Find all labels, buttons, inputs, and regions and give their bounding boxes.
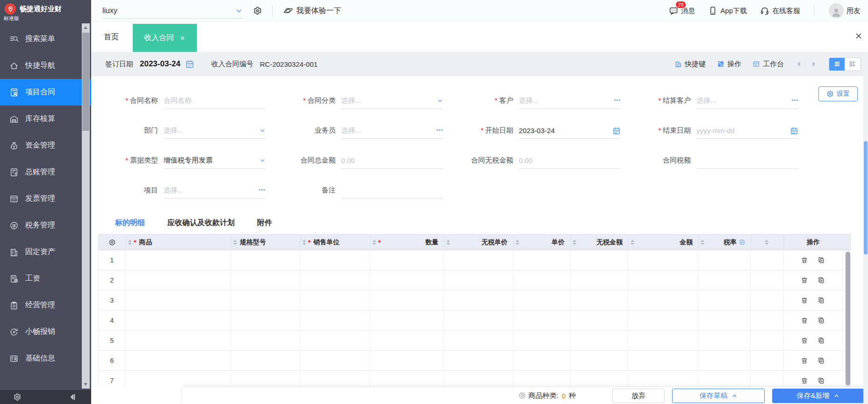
sidebar-item-search-menu[interactable]: 搜索菜单 (0, 26, 80, 52)
table-cell-empty[interactable] (444, 331, 513, 350)
copy-add-icon[interactable] (818, 357, 825, 364)
table-cell-empty[interactable] (628, 351, 698, 370)
sidebar-item-ledger[interactable]: 总账管理 (0, 159, 80, 185)
calendar-icon[interactable] (185, 59, 194, 69)
sidebar-item-base-info[interactable]: 基础信息 (0, 345, 80, 372)
list-view-button[interactable] (829, 58, 845, 71)
close-all-tabs-icon[interactable] (855, 32, 862, 40)
table-cell-empty[interactable] (751, 270, 783, 290)
sidebar-item-invoice[interactable]: 发票管理 (0, 185, 80, 212)
workbench-button[interactable]: 工作台 (753, 60, 784, 69)
table-scrollbar[interactable] (845, 251, 851, 387)
table-cell-empty[interactable] (570, 331, 628, 350)
table-cell-empty[interactable] (370, 270, 444, 290)
table-cell-empty[interactable] (300, 311, 370, 330)
table-cell-empty[interactable] (231, 291, 300, 310)
field-input-salesman[interactable]: 选择...••• (341, 123, 443, 139)
table-cell-empty[interactable] (751, 291, 783, 310)
table-cell-empty[interactable] (628, 371, 698, 387)
pencil-edit-icon[interactable] (739, 239, 745, 245)
table-cell-empty[interactable] (300, 291, 370, 310)
messages-button[interactable]: 消息 29 (669, 6, 695, 15)
more-options-icon[interactable]: ••• (436, 127, 443, 135)
copy-add-icon[interactable] (818, 337, 825, 344)
table-cell-empty[interactable] (370, 291, 444, 310)
sidebar-item-home[interactable]: 快捷导航 (0, 52, 80, 79)
table-cell-empty[interactable] (444, 311, 513, 330)
field-input-start-date[interactable]: 2023-03-24 (519, 123, 621, 139)
trash-icon[interactable] (801, 317, 808, 324)
table-cell-empty[interactable] (513, 371, 570, 387)
table-cell-empty[interactable] (698, 250, 751, 270)
table-cell-empty[interactable] (513, 270, 570, 290)
sort-arrows-icon[interactable] (233, 240, 237, 245)
form-settings-button[interactable]: 设置 (818, 86, 858, 101)
table-cell-empty[interactable] (698, 291, 751, 310)
calendar-icon[interactable] (790, 127, 798, 135)
table-cell-empty[interactable] (513, 250, 570, 270)
table-cell-empty[interactable] (570, 250, 628, 270)
tab-line-details[interactable]: 标的明细 (115, 218, 145, 234)
table-cell-empty[interactable] (370, 331, 444, 350)
sidebar-settings-icon[interactable] (13, 393, 22, 401)
sort-arrows-icon[interactable] (765, 240, 768, 245)
trash-icon[interactable] (801, 377, 808, 384)
more-options-icon[interactable]: ••• (258, 187, 265, 194)
trash-icon[interactable] (801, 276, 808, 284)
calendar-icon[interactable] (612, 127, 621, 135)
table-cell-empty[interactable] (628, 291, 698, 310)
table-cell-empty[interactable] (231, 311, 300, 330)
table-cell-empty[interactable] (513, 351, 570, 370)
field-input-project[interactable]: 选择...••• (164, 183, 265, 198)
more-options-icon[interactable]: ••• (614, 97, 621, 105)
sidebar-item-salary[interactable]: 工资 (0, 265, 80, 292)
table-cell-empty[interactable] (231, 351, 300, 370)
tab-home[interactable]: 首页 (104, 32, 119, 42)
gear-icon[interactable] (108, 239, 116, 246)
sort-arrows-icon[interactable] (302, 240, 306, 245)
chevron-down-icon[interactable] (259, 128, 265, 134)
table-cell-empty[interactable] (628, 270, 698, 290)
table-cell-empty[interactable] (300, 250, 370, 270)
table-cell-empty[interactable] (370, 311, 444, 330)
trash-icon[interactable] (801, 297, 808, 304)
account-selector[interactable]: liuxy (102, 3, 243, 19)
shortcut-keys-button[interactable]: 快捷键 (674, 60, 706, 69)
table-cell-empty[interactable] (444, 371, 513, 387)
chevron-down-icon[interactable] (259, 157, 265, 163)
sort-arrows-icon[interactable] (128, 240, 132, 245)
copy-add-icon[interactable] (818, 256, 825, 264)
field-input-customer[interactable]: 选择...••• (519, 93, 621, 109)
more-options-icon[interactable]: ••• (791, 97, 798, 105)
field-input-remark[interactable] (341, 183, 443, 198)
copy-add-icon[interactable] (818, 297, 825, 304)
table-cell-empty[interactable] (126, 250, 231, 270)
sidebar-item-money-bag[interactable]: 资金管理 (0, 132, 80, 159)
table-cell-empty[interactable] (444, 250, 513, 270)
topbar-settings-icon[interactable] (253, 6, 262, 15)
sidebar-item-contract[interactable]: 项目合同 (0, 79, 91, 106)
table-cell-empty[interactable] (698, 311, 751, 330)
sidebar-item-business[interactable]: 经营管理 (0, 292, 80, 319)
table-cell-empty[interactable] (513, 311, 570, 330)
save-and-new-button[interactable]: 保存&新增 (772, 389, 864, 403)
table-cell-empty[interactable] (698, 270, 751, 290)
page-scrollbar-thumb[interactable] (864, 141, 868, 255)
field-input-end-date[interactable]: yyyy-mm-dd (696, 123, 798, 139)
table-cell-empty[interactable] (370, 250, 444, 270)
sort-arrows-icon[interactable] (631, 240, 634, 245)
table-cell-empty[interactable] (751, 311, 783, 330)
table-cell-empty[interactable] (570, 270, 628, 290)
table-cell-empty[interactable] (751, 371, 783, 387)
table-scrollbar-thumb[interactable] (846, 252, 850, 385)
field-input-invoice-type[interactable]: 增值税专用发票 (164, 153, 265, 169)
copy-add-icon[interactable] (818, 276, 825, 284)
trash-icon[interactable] (801, 357, 808, 364)
sort-arrows-icon[interactable] (516, 240, 519, 245)
table-cell-empty[interactable] (370, 371, 444, 387)
field-input-contract-name[interactable]: 合同名称 (164, 93, 265, 109)
table-cell-empty[interactable] (751, 250, 783, 270)
save-draft-button[interactable]: 保存草稿 (672, 389, 765, 403)
table-cell-empty[interactable] (126, 351, 231, 370)
app-download-button[interactable]: App下载 (708, 6, 747, 15)
